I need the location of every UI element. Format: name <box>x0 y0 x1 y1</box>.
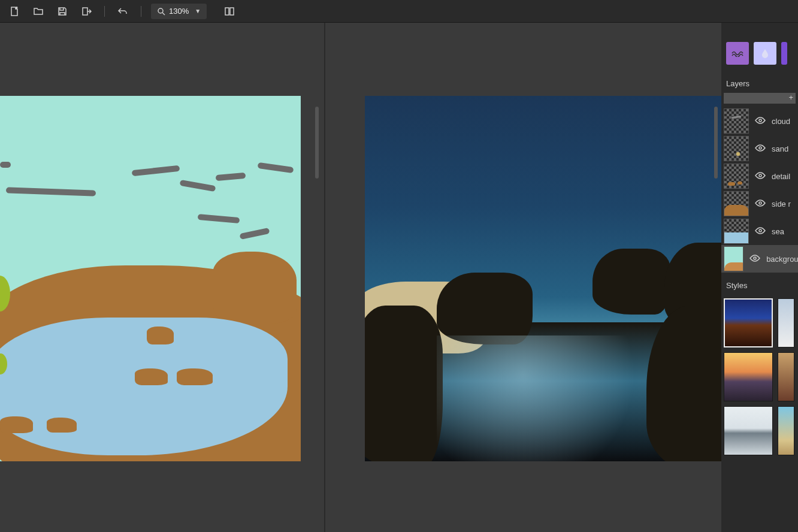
left-scroll-indicator[interactable] <box>315 107 319 179</box>
top-toolbar: 130% ▼ <box>0 0 798 23</box>
svg-point-0 <box>158 8 163 13</box>
layers-list: cloud sand detail side r sea <box>721 107 798 273</box>
layer-name: background <box>766 255 798 264</box>
layer-thumbnail <box>724 191 749 216</box>
right-panel: Layers + cloud sand detail side r <box>721 23 798 532</box>
canvas-area[interactable] <box>0 23 721 532</box>
new-document-button[interactable] <box>4 2 25 21</box>
open-folder-button[interactable] <box>28 2 49 21</box>
layer-row[interactable]: background <box>721 245 798 273</box>
style-thumbnail[interactable] <box>778 298 794 347</box>
toolbar-separator <box>141 6 141 17</box>
layer-name: detail <box>772 172 790 181</box>
svg-point-3 <box>759 119 761 122</box>
layer-thumbnail <box>724 164 749 189</box>
layer-row[interactable]: sand <box>721 135 798 162</box>
style-thumbnail[interactable] <box>778 352 794 401</box>
layer-name: side r <box>772 200 791 208</box>
layer-thumbnail <box>724 219 749 244</box>
save-button[interactable] <box>52 2 73 21</box>
svg-point-8 <box>754 257 756 259</box>
zoom-selector[interactable]: 130% ▼ <box>151 4 207 19</box>
toolbar-separator <box>104 6 105 17</box>
brush-swatch-drop[interactable] <box>754 42 776 65</box>
styles-panel-title: Styles <box>721 273 798 295</box>
svg-point-6 <box>759 202 761 204</box>
right-scroll-indicator[interactable] <box>714 107 718 179</box>
chevron-down-icon: ▼ <box>195 8 201 14</box>
brush-swatch-wave[interactable] <box>726 42 749 65</box>
layer-row[interactable]: detail <box>721 162 798 190</box>
layer-name: cloud <box>772 117 790 126</box>
style-thumbnail[interactable] <box>724 298 773 347</box>
brush-swatch-3[interactable] <box>781 42 787 65</box>
export-button[interactable] <box>75 2 97 21</box>
layer-row[interactable]: cloud <box>721 107 798 135</box>
svg-rect-1 <box>225 8 229 15</box>
svg-point-7 <box>759 229 761 232</box>
layer-name: sand <box>772 144 788 153</box>
layer-row[interactable]: sea <box>721 217 798 245</box>
workspace: Layers + cloud sand detail side r <box>0 23 798 532</box>
styles-grid <box>721 295 798 459</box>
style-thumbnail[interactable] <box>724 406 773 455</box>
svg-point-5 <box>759 174 761 177</box>
layer-thumbnail <box>724 136 749 161</box>
visibility-toggle-icon[interactable] <box>755 226 766 237</box>
output-canvas[interactable] <box>365 96 721 461</box>
undo-button[interactable] <box>112 2 134 21</box>
layer-name: sea <box>772 227 784 236</box>
visibility-toggle-icon[interactable] <box>755 198 766 209</box>
add-layer-button[interactable]: + <box>724 93 796 104</box>
visibility-toggle-icon[interactable] <box>749 253 760 264</box>
zoom-value: 130% <box>169 7 189 16</box>
brush-swatches <box>721 36 798 71</box>
style-thumbnail[interactable] <box>724 352 773 401</box>
layer-row[interactable]: side r <box>721 190 798 217</box>
visibility-toggle-icon[interactable] <box>755 143 766 154</box>
layer-thumbnail <box>724 108 749 134</box>
svg-point-4 <box>759 147 761 149</box>
segmentation-canvas[interactable] <box>0 96 301 461</box>
svg-rect-2 <box>230 8 234 15</box>
layers-panel-title: Layers <box>721 71 798 93</box>
compare-button[interactable] <box>219 2 240 21</box>
visibility-toggle-icon[interactable] <box>755 116 766 126</box>
visibility-toggle-icon[interactable] <box>755 171 766 182</box>
style-thumbnail[interactable] <box>778 406 794 455</box>
layer-thumbnail <box>724 246 743 271</box>
